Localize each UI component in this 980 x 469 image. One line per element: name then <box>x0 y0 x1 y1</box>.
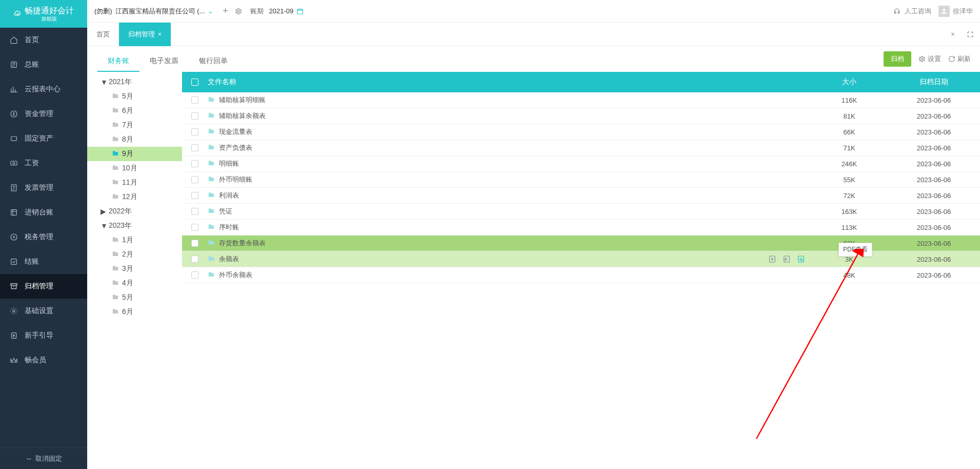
table-row[interactable]: 利润表72K2023-06-06 <box>182 188 980 204</box>
select-all-checkbox[interactable] <box>191 79 198 86</box>
row-checkbox[interactable] <box>191 112 198 120</box>
nav-item-asset[interactable]: 固定资产 <box>0 126 87 151</box>
archive-date: 2023-06-06 <box>888 224 980 231</box>
calendar-icon[interactable] <box>293 5 307 18</box>
row-checkbox[interactable] <box>191 96 198 104</box>
svg-rect-11 <box>11 333 16 339</box>
table-row[interactable]: 明细账246K2023-06-06 <box>182 156 980 172</box>
sub-tab-einvoice[interactable]: 电子发票 <box>139 51 189 72</box>
svg-point-4 <box>13 162 15 164</box>
file-size: 66K <box>811 128 888 136</box>
svg-rect-9 <box>11 284 17 285</box>
add-button[interactable]: + <box>218 5 232 18</box>
sidebar-unpin[interactable]: ↔ 取消固定 <box>0 447 87 469</box>
nav-item-ledger[interactable]: 总账 <box>0 52 87 77</box>
tree-month[interactable]: 6月 <box>87 305 182 319</box>
tree-month[interactable]: 7月 <box>87 118 182 132</box>
tree-month[interactable]: 11月 <box>87 175 182 190</box>
sub-tab-finance[interactable]: 财务账 <box>97 51 139 72</box>
folder-icon <box>208 207 215 216</box>
user-name: 徐泽华 <box>953 7 973 16</box>
nav-item-vip[interactable]: 畅会员 <box>0 348 87 373</box>
tree-panel: ▼2021年5月6月7月8月9月10月11月12月▶2022年▼2023年1月2… <box>87 72 182 469</box>
table-row[interactable]: 外币余额表48K2023-06-06 <box>182 267 980 283</box>
consult-button[interactable]: 人工咨询 <box>893 7 931 16</box>
user-menu[interactable]: 徐泽华 <box>938 6 973 17</box>
close-icon <box>9 257 18 266</box>
archive-date: 2023-06-06 <box>888 176 980 184</box>
nav-item-gear[interactable]: 基础设置 <box>0 299 87 323</box>
money-icon <box>9 109 18 119</box>
settings-button[interactable]: 设置 <box>918 54 941 64</box>
row-checkbox[interactable] <box>191 160 198 167</box>
row-checkbox[interactable] <box>191 240 198 247</box>
table-row[interactable]: 凭证163K2023-06-06 <box>182 204 980 220</box>
table-row[interactable]: 辅助核算明细账116K2023-06-06 <box>182 92 980 108</box>
tree-month[interactable]: 10月 <box>87 161 182 175</box>
close-icon[interactable]: × <box>158 31 162 38</box>
tree-month[interactable]: 9月 <box>87 147 182 161</box>
nav-item-chart[interactable]: 云报表中心 <box>0 77 87 102</box>
row-checkbox[interactable] <box>191 208 198 215</box>
refresh-button[interactable]: 刷新 <box>948 54 971 64</box>
archive-date: 2023-06-06 <box>888 192 980 200</box>
table-row[interactable]: 现金流量表66K2023-06-06 <box>182 124 980 140</box>
tab-home[interactable]: 首页 <box>87 23 119 46</box>
caret-icon: ▶ <box>101 207 106 216</box>
nav-item-archive[interactable]: 归档管理 <box>0 274 87 299</box>
tree-year[interactable]: ▼2023年 <box>87 219 182 233</box>
table-row[interactable]: 序时账113K2023-06-06 <box>182 220 980 236</box>
folder-icon <box>112 279 119 288</box>
nav-item-book[interactable]: 进销台账 <box>0 200 87 225</box>
download-pdf-icon[interactable] <box>782 255 791 264</box>
row-checkbox[interactable] <box>191 144 198 151</box>
view-pdf-icon[interactable] <box>796 255 806 264</box>
company-selector[interactable]: (勿删) 江西服宝精品有限责任公司 (... ⌄ <box>94 7 213 16</box>
table-row[interactable]: 外币明细账55K2023-06-06 <box>182 172 980 188</box>
file-name: 外币余额表 <box>219 270 252 280</box>
settings-icon-button[interactable] <box>232 5 245 18</box>
archive-date: 2023-06-06 <box>888 208 980 216</box>
row-checkbox[interactable] <box>191 256 198 263</box>
tree-month[interactable]: 2月 <box>87 247 182 262</box>
tree-month[interactable]: 3月 <box>87 262 182 276</box>
download-excel-icon[interactable] <box>768 255 777 264</box>
nav-item-invoice[interactable]: 发票管理 <box>0 175 87 200</box>
table-header: 文件名称 大小 归档日期 <box>182 72 980 92</box>
table-row[interactable]: 辅助核算余额表81K2023-06-06 <box>182 108 980 124</box>
row-checkbox[interactable] <box>191 128 198 135</box>
tree-month[interactable]: 12月 <box>87 190 182 204</box>
tree-year[interactable]: ▼2021年 <box>87 75 182 89</box>
tree-month[interactable]: 6月 <box>87 104 182 118</box>
row-checkbox[interactable] <box>191 224 198 231</box>
file-size: 55K <box>811 176 888 184</box>
fullscreen-button[interactable] <box>964 28 977 41</box>
archive-button[interactable]: 归档 <box>884 51 911 67</box>
row-checkbox[interactable] <box>191 176 198 183</box>
table-row[interactable]: 资产负债表71K2023-06-06 <box>182 140 980 156</box>
nav-item-tax[interactable]: 税务管理 <box>0 225 87 249</box>
svg-rect-8 <box>11 259 17 265</box>
tree-month[interactable]: 4月 <box>87 276 182 290</box>
col-date-header: 归档日期 <box>919 77 948 86</box>
row-checkbox[interactable] <box>191 192 198 199</box>
nav-item-guide[interactable]: 新手引导 <box>0 323 87 348</box>
tab-archive[interactable]: 归档管理 × <box>119 23 171 46</box>
nav-item-close[interactable]: 结账 <box>0 249 87 274</box>
brand-edition: 旗舰版 <box>25 15 74 23</box>
row-checkbox[interactable] <box>191 271 198 279</box>
nav-item-salary[interactable]: 工资 <box>0 151 87 175</box>
tree-month[interactable]: 8月 <box>87 132 182 147</box>
tree-year[interactable]: ▶2022年 <box>87 204 182 219</box>
folder-icon <box>112 193 119 202</box>
file-size: 72K <box>811 192 888 200</box>
nav-item-money[interactable]: 资金管理 <box>0 102 87 126</box>
tree-month[interactable]: 1月 <box>87 233 182 247</box>
tree-month[interactable]: 5月 <box>87 290 182 305</box>
tree-month[interactable]: 5月 <box>87 89 182 104</box>
close-all-button[interactable]: × <box>946 28 959 41</box>
period-value[interactable]: 2021-09 <box>269 7 293 15</box>
nav-item-home[interactable]: 首页 <box>0 28 87 52</box>
folder-icon <box>112 308 119 317</box>
sub-tab-bankslip[interactable]: 银行回单 <box>189 51 238 72</box>
